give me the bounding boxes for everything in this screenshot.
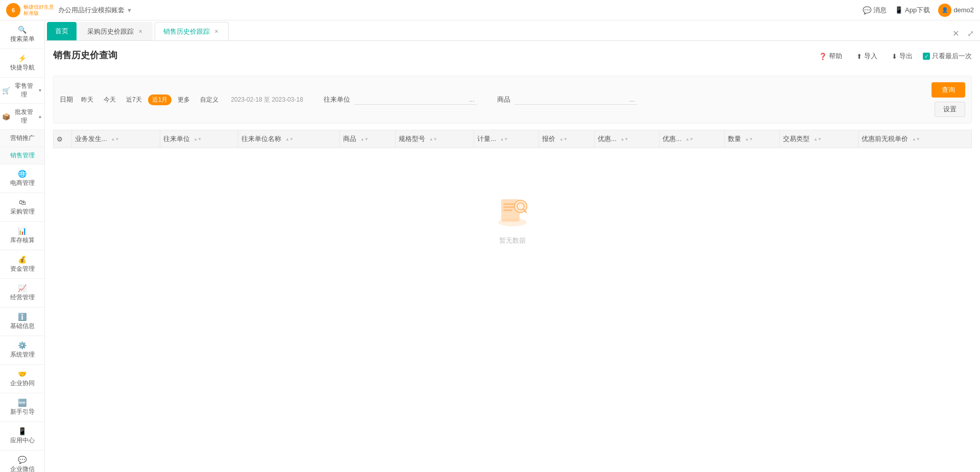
tab-home-label: 首页 xyxy=(55,27,68,36)
sidebar-item-wholesale-mgmt[interactable]: 📦 批发管理 ▲ xyxy=(0,104,44,130)
date-chip-more[interactable]: 更多 xyxy=(174,95,194,105)
sidebar-item-ecommerce-mgmt[interactable]: 🌐 电商管理 xyxy=(0,164,44,193)
chevron-up-icon: ▲ xyxy=(38,114,42,119)
col-product[interactable]: 商品 ▲▼ xyxy=(340,130,396,148)
sort-icons-partner-name[interactable]: ▲▼ xyxy=(285,137,293,141)
sort-icons-biz-date[interactable]: ▲▼ xyxy=(111,137,119,141)
col-trade-type[interactable]: 交易类型 ▲▼ xyxy=(780,130,859,148)
col-discount1[interactable]: 优惠... ▲▼ xyxy=(594,130,659,148)
help-btn[interactable]: ❓ 帮助 xyxy=(815,50,846,63)
col-discount2-label: 优惠... xyxy=(663,135,681,143)
message-icon: 💬 xyxy=(863,6,871,14)
sidebar-item-basic-info[interactable]: ℹ️ 基础信息 xyxy=(0,308,44,336)
col-unit[interactable]: 计量... ▲▼ xyxy=(474,130,538,148)
tab-home[interactable]: 首页 xyxy=(47,22,77,40)
help-label: 帮助 xyxy=(829,52,842,61)
sort-icons-unit[interactable]: ▲▼ xyxy=(500,137,508,141)
dropdown-chevron-icon[interactable]: ▼ xyxy=(127,7,132,13)
col-quoted-price[interactable]: 报价 ▲▼ xyxy=(539,130,595,148)
col-gear[interactable]: ⚙ xyxy=(54,130,72,148)
sort-icons-pretax-price[interactable]: ▲▼ xyxy=(912,137,920,141)
sidebar-item-marketing[interactable]: 营销推广 xyxy=(0,130,44,147)
date-chip-7days[interactable]: 近7天 xyxy=(122,95,146,105)
sidebar-label-ops-mgmt: 经营管理 xyxy=(10,293,35,302)
export-icon: ⬇ xyxy=(892,53,897,60)
product-input-group: ... xyxy=(514,95,637,105)
date-chip-1month[interactable]: 近1月 xyxy=(148,95,172,105)
filter-row: 日期 昨天 今天 近7天 近1月 更多 自定义 2023-02-18 至 202… xyxy=(53,76,972,124)
tabs-actions: ✕ ⤢ xyxy=(950,27,980,40)
tab-purchase-history-label: 采购历史价跟踪 xyxy=(87,27,134,36)
col-partner-code[interactable]: 往来单位 ▲▼ xyxy=(160,130,238,148)
sort-icons-discount1[interactable]: ▲▼ xyxy=(620,137,628,141)
sidebar-item-enterprise-collab[interactable]: 🤝 企业协同 xyxy=(0,365,44,393)
col-pretax-price[interactable]: 优惠前无税单价 ▲▼ xyxy=(859,130,972,148)
product-ellipsis[interactable]: ... xyxy=(629,96,635,103)
top-bar: 6 畅捷信好生意 标准版 办公用品行业模拟账套 ▼ 💬 消息 📱 App下载 👤… xyxy=(0,0,980,20)
sort-icons-product[interactable]: ▲▼ xyxy=(360,137,369,141)
partner-filter-group: 往来单位 ... xyxy=(324,95,477,105)
query-button[interactable]: 查询 xyxy=(932,82,965,98)
sidebar-item-beginner-guide[interactable]: 🆕 新手引导 xyxy=(0,393,44,422)
col-biz-date[interactable]: 业务发生... ▲▼ xyxy=(72,130,160,148)
sort-icons-quoted-price[interactable]: ▲▼ xyxy=(559,137,568,141)
sidebar-item-quick-nav[interactable]: ⚡ 快捷导航 xyxy=(0,49,44,78)
sidebar-item-sales-mgmt[interactable]: 销售管理 xyxy=(0,147,44,164)
sidebar-label-basic-info: 基础信息 xyxy=(10,322,35,331)
col-biz-date-label: 业务发生... xyxy=(75,135,107,143)
messages-btn[interactable]: 💬 消息 xyxy=(863,6,887,15)
date-chip-custom[interactable]: 自定义 xyxy=(196,95,223,105)
sort-icons-quantity[interactable]: ▲▼ xyxy=(745,137,753,141)
sort-icons-trade-type[interactable]: ▲▼ xyxy=(814,137,822,141)
sort-icons-partner-code[interactable]: ▲▼ xyxy=(193,137,202,141)
app-logo-text: 畅捷信好生意 标准版 xyxy=(23,4,54,16)
collab-icon: 🤝 xyxy=(18,370,27,378)
sidebar-item-app-center[interactable]: 📱 应用中心 xyxy=(0,422,44,451)
partner-input-group: ... xyxy=(354,95,477,105)
system-icon: ⚙️ xyxy=(18,341,27,349)
user-btn[interactable]: 👤 demo2 xyxy=(938,4,974,17)
tab-close-icon[interactable]: ✕ xyxy=(950,27,961,40)
tab-purchase-history-close[interactable]: ✕ xyxy=(137,28,144,35)
gear-icon[interactable]: ⚙ xyxy=(57,135,63,143)
finance-icon: 💰 xyxy=(18,255,27,264)
top-bar-title[interactable]: 办公用品行业模拟账套 ▼ xyxy=(58,6,132,15)
partner-input[interactable] xyxy=(356,96,467,103)
tab-expand-icon[interactable]: ⤢ xyxy=(965,27,976,40)
sidebar-item-retail-mgmt[interactable]: 🛒 零售管理 ▼ xyxy=(0,78,44,104)
empty-state-icon xyxy=(492,189,533,230)
col-pretax-price-label: 优惠前无税单价 xyxy=(862,135,908,143)
partner-ellipsis[interactable]: ... xyxy=(469,96,475,103)
tab-sales-history[interactable]: 销售历史价跟踪 ✕ xyxy=(155,22,229,40)
sidebar-item-finance-mgmt[interactable]: 💰 资金管理 xyxy=(0,250,44,279)
only-last-label: 只看最后一次 xyxy=(932,52,972,61)
sidebar-item-inventory-check[interactable]: 📊 库存核算 xyxy=(0,222,44,250)
sidebar-item-enterprise-wechat[interactable]: 💬 企业微信 xyxy=(0,451,44,472)
only-last-checkbox[interactable]: ✓ 只看最后一次 xyxy=(923,52,972,61)
sidebar-item-system-mgmt[interactable]: ⚙️ 系统管理 xyxy=(0,336,44,365)
app-download-btn[interactable]: 📱 App下载 xyxy=(895,6,930,15)
sort-icons-spec[interactable]: ▲▼ xyxy=(429,137,437,141)
col-quantity[interactable]: 数量 ▲▼ xyxy=(724,130,780,148)
date-chip-yesterday[interactable]: 昨天 xyxy=(77,95,97,105)
import-btn[interactable]: ⬆ 导入 xyxy=(852,50,881,63)
svg-rect-6 xyxy=(503,209,512,211)
col-discount2[interactable]: 优惠... ▲▼ xyxy=(659,130,724,148)
col-partner-name-label: 往来单位名称 xyxy=(241,135,281,143)
sidebar-label-purchase-mgmt: 采购管理 xyxy=(10,207,35,216)
wholesale-icon: 📦 xyxy=(2,113,10,121)
sidebar-item-purchase-mgmt[interactable]: 🛍 采购管理 xyxy=(0,193,44,222)
product-input[interactable] xyxy=(517,96,627,103)
tab-purchase-history[interactable]: 采购历史价跟踪 ✕ xyxy=(79,22,153,40)
export-btn[interactable]: ⬇ 导出 xyxy=(888,50,917,63)
logo-area: 6 畅捷信好生意 标准版 xyxy=(6,3,54,17)
col-spec[interactable]: 规格型号 ▲▼ xyxy=(396,130,474,148)
sort-icons-discount2[interactable]: ▲▼ xyxy=(685,137,694,141)
dropdown-title-label: 办公用品行业模拟账套 xyxy=(58,6,125,15)
col-partner-name[interactable]: 往来单位名称 ▲▼ xyxy=(238,130,340,148)
settings-button[interactable]: 设置 xyxy=(935,102,965,117)
sidebar-item-ops-mgmt[interactable]: 📈 经营管理 xyxy=(0,279,44,308)
sidebar-item-search-menu[interactable]: 🔍 搜索菜单 xyxy=(0,20,44,49)
tab-sales-history-close[interactable]: ✕ xyxy=(213,28,220,35)
date-chip-today[interactable]: 今天 xyxy=(100,95,120,105)
